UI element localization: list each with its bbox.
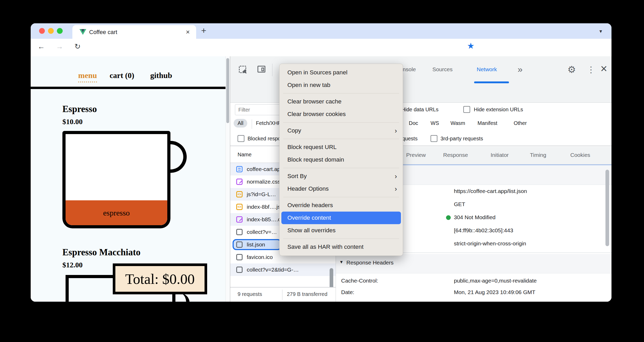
tab-close-icon[interactable]: ×	[186, 28, 190, 36]
filter-pill[interactable]: Manifest	[477, 120, 497, 126]
page-scrollbar-thumb[interactable]	[226, 58, 229, 123]
minimize-window-button[interactable]	[48, 28, 54, 34]
menu-item-header-options[interactable]: Header Options›	[280, 183, 403, 195]
zoom-window-button[interactable]	[57, 28, 63, 34]
menu-item-block-request-domain[interactable]: Block request domain	[280, 153, 403, 166]
tab-timing[interactable]: Timing	[530, 152, 546, 158]
menu-item-override-content[interactable]: Override content	[281, 212, 401, 224]
filter-pill[interactable]: Other	[514, 120, 527, 126]
hide-extension-urls-label[interactable]: Hide extension URLs	[474, 107, 523, 113]
espresso-cup[interactable]: espresso	[62, 131, 170, 228]
menu-item-show-all-overrides[interactable]: Show all overrides	[280, 224, 403, 237]
nav-link-github[interactable]: github	[150, 71, 172, 80]
devtools-close-icon[interactable]: ×	[600, 62, 607, 75]
response-headers-section-header[interactable]: ▼ Response Headers	[336, 254, 611, 273]
tab-initiator[interactable]: Initiator	[491, 152, 509, 158]
active-tab-underline	[474, 81, 509, 83]
submenu-arrow-icon: ›	[395, 127, 397, 134]
reload-button[interactable]: ↻	[74, 42, 80, 51]
menu-item-save-all-as-har[interactable]: Save all as HAR with content	[280, 241, 403, 253]
menu-item-open-in-sources[interactable]: Open in Sources panel	[280, 66, 403, 79]
tab-sources[interactable]: Sources	[432, 66, 453, 73]
field-value: 304 Not Modified	[454, 214, 496, 220]
tab-title: Coffee cart	[89, 29, 117, 36]
nav-link-cart[interactable]: cart (0)	[110, 71, 134, 80]
generic-file-icon	[236, 229, 243, 235]
tab-cookies[interactable]: Cookies	[570, 152, 590, 158]
menu-separator	[280, 195, 403, 199]
menu-separator	[280, 137, 403, 141]
request-list-scrollbar-thumb[interactable]	[330, 268, 333, 287]
devtools-menu-icon[interactable]: ⋮	[587, 65, 595, 75]
menu-separator	[280, 166, 403, 170]
filter-pill[interactable]: Doc	[409, 120, 418, 126]
more-tabs-icon[interactable]: »	[518, 64, 523, 74]
script-file-icon: <>	[236, 191, 243, 197]
filter-pill-all[interactable]: All	[234, 119, 247, 128]
browser-window: Coffee cart × + ▾ ← → ↻ coffee-cart.app …	[31, 23, 611, 302]
new-tab-button[interactable]: +	[201, 25, 206, 36]
header-name: Date:	[341, 289, 354, 295]
menu-item-open-in-new-tab[interactable]: Open in new tab	[280, 79, 403, 91]
filter-pill[interactable]: Wasm	[450, 120, 465, 126]
menu-item-block-request-url[interactable]: Block request URL	[280, 141, 403, 153]
generic-file-icon	[236, 267, 243, 273]
back-button[interactable]: ←	[37, 42, 45, 51]
header-name: Cache-Control:	[341, 278, 378, 284]
context-menu: Open in Sources panel Open in new tab Cl…	[279, 64, 403, 256]
browser-toolbar: ← → ↻ coffee-cart.app ★ G ⋮	[31, 39, 611, 56]
screenshot-root: Coffee cart × + ▾ ← → ↻ coffee-cart.app …	[0, 0, 644, 342]
field-value: [64:ff9b::4b02:3c05]:443	[454, 227, 513, 234]
tab-response[interactable]: Response	[443, 152, 468, 158]
browser-tab[interactable]: Coffee cart ×	[72, 25, 196, 39]
nav-link-menu[interactable]: menu	[78, 71, 97, 82]
third-party-requests-label[interactable]: 3rd-party requests	[441, 136, 483, 142]
disclosure-triangle-icon: ▼	[339, 260, 344, 264]
menu-item-copy[interactable]: Copy›	[280, 124, 403, 137]
page-content: menu cart (0) github Espresso $10.00 esp…	[31, 56, 230, 302]
request-row[interactable]: collect?v=2&tid=G-…	[230, 263, 336, 276]
forward-button[interactable]: →	[56, 42, 63, 51]
generic-file-icon	[236, 254, 243, 260]
tab-preview[interactable]: Preview	[406, 152, 426, 158]
nav-divider	[31, 87, 226, 89]
menu-separator	[280, 91, 403, 95]
devtools-settings-icon[interactable]: ⚙	[567, 64, 576, 75]
menu-item-clear-browser-cookies[interactable]: Clear browser cookies	[280, 108, 403, 120]
menu-item-override-headers[interactable]: Override headers	[280, 199, 403, 212]
menu-item-clear-browser-cache[interactable]: Clear browser cache	[280, 95, 403, 108]
response-headers-body: Cache-Control: public,max-age=0,must-rev…	[336, 273, 611, 302]
product-name: Espresso	[62, 104, 97, 114]
product-price: $12.00	[62, 261, 83, 269]
devtools-divider	[272, 64, 272, 76]
macchiato-cup-handle	[179, 293, 190, 302]
header-value: Mon, 21 Aug 2023 10:49:06 GMT	[454, 289, 535, 295]
bookmark-star-icon[interactable]: ★	[467, 41, 475, 51]
blocked-response-cookies-checkbox[interactable]	[238, 135, 244, 142]
hide-extension-urls-checkbox[interactable]	[463, 106, 470, 113]
filter-pill[interactable]: Fetch/XHR	[256, 120, 282, 126]
filter-pill[interactable]: WS	[431, 120, 439, 126]
product-name: Espresso Macchiato	[62, 247, 141, 258]
device-toolbar-icon[interactable]	[257, 66, 265, 73]
cart-total-label: Total: $0.00	[125, 271, 195, 287]
menu-separator	[280, 237, 403, 241]
stylesheet-file-icon	[236, 216, 243, 223]
third-party-requests-checkbox[interactable]	[431, 135, 437, 142]
close-window-button[interactable]	[39, 28, 45, 34]
menu-item-sort-by[interactable]: Sort By›	[280, 170, 403, 183]
field-value[interactable]: https://coffee-cart.app/list.json	[454, 188, 527, 194]
generic-file-icon	[236, 241, 243, 248]
vue-logo-inner	[81, 29, 84, 32]
inspect-icon[interactable]	[239, 66, 246, 73]
cart-total-button[interactable]: Total: $0.00	[113, 263, 207, 294]
header-value: public,max-age=0,must-revalidate	[454, 278, 537, 284]
devtools-divider	[252, 119, 252, 129]
hide-data-urls-label[interactable]: Hide data URLs	[401, 107, 438, 113]
tab-strip-chevron-icon[interactable]: ▾	[596, 26, 605, 36]
field-value: strict-origin-when-cross-origin	[454, 240, 526, 247]
status-divider	[282, 290, 282, 300]
tab-network[interactable]: Network	[477, 66, 497, 73]
details-scrollbar-thumb[interactable]	[605, 170, 609, 246]
macchiato-cup-edge	[66, 275, 69, 302]
